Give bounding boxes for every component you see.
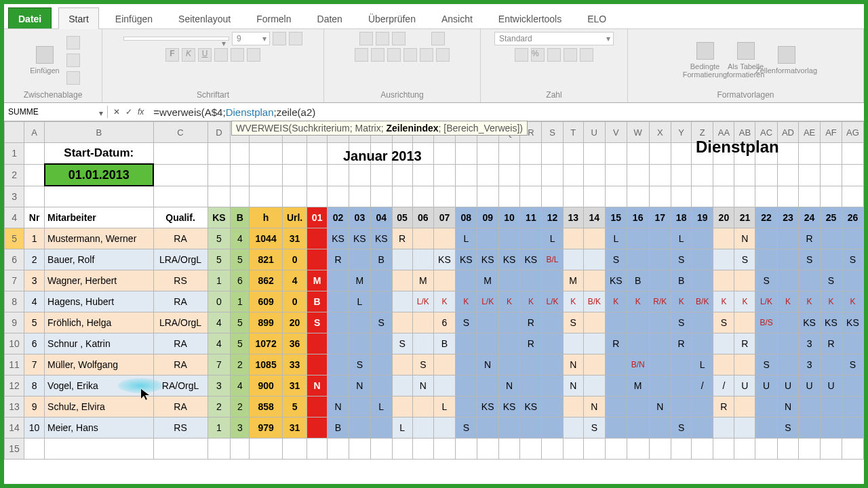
cell-employee[interactable]: Schnur , Katrin bbox=[45, 333, 153, 354]
day-cell[interactable] bbox=[455, 396, 477, 418]
day-cell[interactable] bbox=[328, 375, 349, 396]
cell-employee[interactable]: Vogel, Erika bbox=[45, 375, 153, 396]
cell-b[interactable]: 4 bbox=[231, 228, 250, 249]
row-header[interactable]: 10 bbox=[5, 333, 24, 354]
day-cell[interactable]: KS bbox=[349, 228, 370, 249]
day-cell[interactable]: KS bbox=[520, 249, 542, 270]
day-cell[interactable]: B/L bbox=[542, 249, 563, 270]
tab-view[interactable]: Ansicht bbox=[432, 8, 482, 28]
tab-devtools[interactable]: Entwicklertools bbox=[489, 8, 571, 28]
day-cell[interactable] bbox=[583, 249, 605, 270]
cell-nr[interactable]: 8 bbox=[24, 375, 45, 396]
day-cell[interactable]: B bbox=[671, 270, 692, 291]
day-cell[interactable] bbox=[627, 396, 649, 418]
cell-b[interactable]: 6 bbox=[231, 270, 250, 291]
day-cell[interactable]: / bbox=[692, 375, 713, 396]
day-cell[interactable] bbox=[498, 418, 520, 439]
day-cell[interactable] bbox=[307, 418, 328, 439]
cell-url[interactable]: 33 bbox=[282, 354, 307, 375]
day-cell[interactable]: K bbox=[520, 291, 542, 312]
cell-nr[interactable]: 2 bbox=[24, 249, 45, 270]
day-cell[interactable] bbox=[692, 396, 713, 418]
day-cell[interactable] bbox=[692, 249, 713, 270]
day-cell[interactable]: N bbox=[563, 375, 583, 396]
day-cell[interactable] bbox=[649, 249, 671, 270]
col-header[interactable]: A bbox=[24, 122, 45, 143]
day-cell[interactable]: K bbox=[734, 291, 755, 312]
day-cell[interactable] bbox=[520, 375, 542, 396]
name-box[interactable]: SUMME bbox=[4, 106, 108, 118]
day-cell[interactable] bbox=[734, 418, 755, 439]
day-cell[interactable]: S bbox=[755, 354, 777, 375]
day-cell[interactable]: S bbox=[563, 312, 583, 333]
day-cell[interactable]: K bbox=[563, 291, 583, 312]
day-cell[interactable]: N bbox=[349, 375, 370, 396]
cell-b[interactable]: 5 bbox=[231, 333, 250, 354]
cell-qualif[interactable]: LRA/OrgL bbox=[153, 249, 208, 270]
day-cell[interactable] bbox=[734, 312, 755, 333]
cell-qualif[interactable]: RA bbox=[153, 396, 208, 418]
day-cell[interactable] bbox=[777, 228, 798, 249]
day-cell[interactable]: K bbox=[799, 291, 821, 312]
day-cell[interactable]: L/K bbox=[477, 291, 498, 312]
day-cell[interactable]: K bbox=[627, 291, 649, 312]
day-cell[interactable]: B/S bbox=[755, 312, 777, 333]
day-cell[interactable] bbox=[713, 228, 734, 249]
cell-url[interactable]: 4 bbox=[282, 270, 307, 291]
day-cell[interactable] bbox=[692, 228, 713, 249]
percent-icon[interactable]: % bbox=[531, 48, 545, 62]
day-cell[interactable]: B/N bbox=[627, 354, 649, 375]
day-cell[interactable] bbox=[498, 333, 520, 354]
day-cell[interactable] bbox=[649, 418, 671, 439]
day-cell[interactable]: 3 bbox=[799, 354, 821, 375]
cell-url[interactable]: 0 bbox=[282, 249, 307, 270]
cell-ks[interactable]: 5 bbox=[208, 249, 231, 270]
day-cell[interactable]: KS bbox=[520, 396, 542, 418]
day-cell[interactable]: L/K bbox=[542, 291, 563, 312]
day-cell[interactable] bbox=[583, 228, 605, 249]
day-cell[interactable] bbox=[563, 249, 583, 270]
day-cell[interactable] bbox=[605, 396, 627, 418]
cell-ks[interactable]: 1 bbox=[208, 418, 231, 439]
day-cell[interactable]: U bbox=[799, 375, 821, 396]
day-cell[interactable]: KS bbox=[605, 270, 627, 291]
cell-employee[interactable]: Meier, Hans bbox=[45, 418, 153, 439]
day-cell[interactable]: 3 bbox=[799, 333, 821, 354]
day-cell[interactable]: KS bbox=[821, 312, 842, 333]
col-header[interactable]: S bbox=[542, 122, 563, 143]
day-cell[interactable] bbox=[498, 354, 520, 375]
format-painter-icon[interactable] bbox=[66, 71, 80, 85]
col-header[interactable]: Y bbox=[671, 122, 692, 143]
day-cell[interactable]: L bbox=[605, 228, 627, 249]
day-cell[interactable]: / bbox=[713, 375, 734, 396]
day-cell[interactable] bbox=[370, 270, 392, 291]
day-cell[interactable] bbox=[307, 249, 328, 270]
day-cell[interactable] bbox=[671, 375, 692, 396]
day-cell[interactable]: L bbox=[349, 291, 370, 312]
tab-pagelayout[interactable]: Seitenlayout bbox=[169, 8, 240, 28]
day-cell[interactable] bbox=[370, 418, 392, 439]
day-cell[interactable]: U bbox=[777, 375, 798, 396]
cell-qualif[interactable]: RA/OrgL bbox=[153, 375, 208, 396]
day-cell[interactable] bbox=[649, 333, 671, 354]
day-cell[interactable]: KS bbox=[370, 228, 392, 249]
align-left-icon[interactable] bbox=[355, 48, 368, 62]
tab-insert[interactable]: Einfügen bbox=[106, 8, 162, 28]
day-cell[interactable] bbox=[412, 396, 433, 418]
day-cell[interactable] bbox=[370, 291, 392, 312]
day-cell[interactable]: R bbox=[328, 249, 349, 270]
day-cell[interactable] bbox=[434, 375, 456, 396]
day-cell[interactable]: K bbox=[842, 291, 863, 312]
day-cell[interactable] bbox=[799, 270, 821, 291]
cell-h[interactable]: 821 bbox=[250, 249, 283, 270]
day-cell[interactable] bbox=[627, 312, 649, 333]
day-cell[interactable]: N bbox=[734, 228, 755, 249]
day-cell[interactable] bbox=[328, 312, 349, 333]
col-header[interactable]: W bbox=[627, 122, 649, 143]
cell-url[interactable]: 0 bbox=[282, 291, 307, 312]
cell-h[interactable]: 1085 bbox=[250, 354, 283, 375]
cell-nr[interactable]: 7 bbox=[24, 354, 45, 375]
day-cell[interactable] bbox=[477, 418, 498, 439]
cell-h[interactable]: 900 bbox=[250, 375, 283, 396]
start-date-cell[interactable]: 01.01.2013 bbox=[45, 164, 153, 186]
